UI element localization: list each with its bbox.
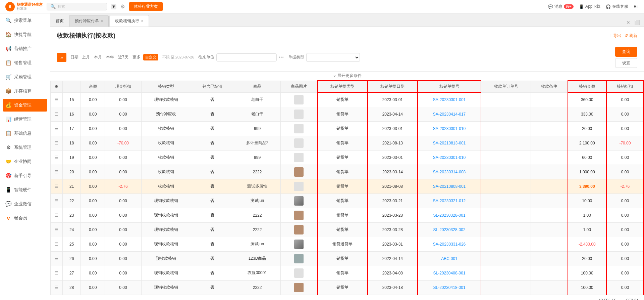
- row-gear[interactable]: ☰: [51, 208, 63, 222]
- filter-this-year[interactable]: 本年: [105, 54, 115, 61]
- sidebar-item-cooperation[interactable]: 🤝 企业协同: [0, 155, 50, 169]
- client-dots[interactable]: •••: [279, 55, 284, 60]
- row-gear[interactable]: ☰: [51, 136, 63, 150]
- row-verify-no[interactable]: SA-20230301-001: [418, 92, 481, 107]
- row-verify-no[interactable]: SA-20230321-012: [418, 194, 481, 208]
- expand-more-bar: ∨ 展开更多条件: [50, 72, 644, 80]
- sidebar-item-system[interactable]: ⚙ 系统管理: [0, 140, 50, 155]
- sidebar-item-marketing[interactable]: 📢 营销推广: [0, 42, 50, 56]
- sidebar-item-vip[interactable]: V 畅会员: [0, 211, 50, 225]
- verify-no-link[interactable]: SA-20210808-001: [433, 184, 466, 189]
- row-gear[interactable]: ☰: [51, 237, 63, 251]
- sidebar-item-newbie[interactable]: 🎯 新手引导: [0, 169, 50, 183]
- expand-more-btn[interactable]: ∨ 展开更多条件: [50, 72, 644, 80]
- verify-no-link[interactable]: SL-20230408-001: [433, 271, 465, 275]
- row-gear[interactable]: ☰: [51, 194, 63, 208]
- row-verify-no[interactable]: SA-20230314-008: [418, 165, 481, 179]
- row-verify-no[interactable]: SA-20230414-017: [418, 107, 481, 121]
- row-verify-no[interactable]: SA-20210813-001: [418, 136, 481, 150]
- search-bar[interactable]: 🔍 搜索: [47, 3, 107, 10]
- row-gear[interactable]: ☰: [51, 251, 63, 266]
- filter-custom[interactable]: 自定义: [143, 54, 158, 60]
- row-gear[interactable]: ☰: [51, 222, 63, 237]
- row-verify-no[interactable]: ABC-001: [418, 251, 481, 266]
- row-verify-no[interactable]: SL-20230418-001: [418, 280, 481, 295]
- tab-close-1[interactable]: ×: [101, 19, 103, 23]
- voucher-type-select[interactable]: [306, 53, 360, 62]
- row-verify-type: 现销收款核销: [142, 194, 191, 208]
- sidebar-item-nav[interactable]: 🏠 快捷导航: [0, 28, 50, 42]
- verify-no-link[interactable]: SA-20210813-001: [433, 141, 466, 145]
- row-verify-no[interactable]: SA-20210808-001: [418, 179, 481, 194]
- maximize-btn[interactable]: ⬜: [633, 18, 641, 27]
- row-verify-no[interactable]: SA-20230301-010: [418, 150, 481, 165]
- row-include-settled: 否: [191, 165, 234, 179]
- client-input[interactable]: [216, 53, 277, 61]
- user-name[interactable]: Rit: [634, 4, 639, 9]
- filter-more[interactable]: 更多: [131, 54, 142, 61]
- filter-last-month[interactable]: 上月: [80, 54, 91, 61]
- app-download-btn[interactable]: 📱 App下载: [579, 4, 600, 9]
- row-gear[interactable]: ☰: [51, 107, 63, 121]
- sidebar-item-sales[interactable]: 📋 销售管理: [0, 56, 50, 70]
- row-verify-no[interactable]: SA-20230331-026: [418, 237, 481, 251]
- row-verify-no[interactable]: SL-20230328-002: [418, 222, 481, 237]
- verify-no-link[interactable]: SA-20230321-012: [433, 199, 466, 203]
- refresh-btn[interactable]: ↺ 刷新: [625, 33, 637, 39]
- industry-btn[interactable]: 体验行业方案: [129, 2, 163, 11]
- sidebar-item-inventory[interactable]: 📦 库存核算: [0, 84, 50, 98]
- tab-home[interactable]: 首页: [50, 15, 69, 27]
- settings-icon[interactable]: ⚙: [120, 3, 125, 10]
- row-gear[interactable]: ☰: [51, 266, 63, 280]
- verify-no-link[interactable]: SA-20230414-017: [433, 112, 466, 117]
- table-row: ☰240.000.00现销收款核销否2222销货单2023-03-28SL-20…: [51, 222, 644, 237]
- search-placeholder: 搜索: [58, 4, 65, 9]
- verify-no-link[interactable]: SL-20230328-002: [433, 227, 465, 232]
- tab-verify[interactable]: 收款核销执行 ×: [109, 15, 149, 27]
- row-verify-no[interactable]: SL-20230328-001: [418, 208, 481, 222]
- export-btn[interactable]: ↑ 导出: [610, 33, 621, 39]
- verify-no-link[interactable]: SL-20230418-001: [433, 285, 465, 290]
- sidebar-item-wechat[interactable]: 💬 企业微信: [0, 197, 50, 211]
- tab-prepay[interactable]: 预付冲应付单 ×: [69, 15, 109, 27]
- verify-no-link[interactable]: SA-20230301-010: [433, 155, 466, 160]
- row-product: 老白干: [234, 107, 281, 121]
- sidebar-item-search[interactable]: 🔍 搜索菜单: [0, 13, 50, 28]
- row-product-img: [281, 222, 318, 237]
- verify-no-link[interactable]: SA-20230301-001: [433, 97, 466, 102]
- close-window-btn[interactable]: ✕: [625, 18, 632, 27]
- row-gear[interactable]: ☰: [51, 165, 63, 179]
- row-cash-discount: 0.00: [105, 107, 141, 121]
- filter-this-month[interactable]: 本月: [93, 54, 103, 61]
- filter-expand-btn[interactable]: »: [57, 53, 66, 62]
- online-service-btn[interactable]: 🎧 在线客服: [606, 4, 628, 9]
- row-verify-type: 预收款核销: [142, 251, 191, 266]
- notifications-btn[interactable]: 💬 消息 99+: [548, 4, 574, 9]
- row-gear[interactable]: ☰: [51, 121, 63, 136]
- row-verify-no[interactable]: SA-20230301-010: [418, 121, 481, 136]
- dropdown-icon[interactable]: ▼: [111, 4, 116, 9]
- row-balance: 0.00: [81, 194, 105, 208]
- verify-no-link[interactable]: SA-20230314-008: [433, 170, 466, 174]
- verify-no-link[interactable]: SA-20230301-010: [433, 126, 466, 131]
- table-row: ☰280.000.00现销收款核销否2222销货单2023-04-18SL-20…: [51, 280, 644, 295]
- row-gear[interactable]: ☰: [51, 92, 63, 107]
- query-btn[interactable]: 查询: [615, 47, 637, 57]
- verify-no-link[interactable]: ABC-001: [441, 256, 458, 261]
- row-product: 2222: [234, 222, 281, 237]
- row-gear[interactable]: ☰: [51, 280, 63, 295]
- tab-close-2[interactable]: ×: [141, 19, 143, 23]
- row-gear[interactable]: ☰: [51, 150, 63, 165]
- sidebar-item-operation[interactable]: 📊 经营管理: [0, 112, 50, 126]
- filter-7days[interactable]: 近7天: [117, 54, 130, 61]
- row-verify-no[interactable]: SL-20230408-001: [418, 266, 481, 280]
- verify-no-link[interactable]: SA-20230331-026: [433, 242, 466, 247]
- row-gear[interactable]: ☰: [51, 179, 63, 194]
- sidebar-item-hardware[interactable]: 📱 智能硬件: [0, 183, 50, 197]
- sidebar-item-basics[interactable]: 📋 基础信息: [0, 126, 50, 140]
- setting-btn[interactable]: 设置: [615, 58, 637, 68]
- sidebar-item-finance[interactable]: 💰 资金管理: [3, 99, 47, 112]
- col-gear[interactable]: ⚙: [51, 81, 63, 92]
- sidebar-item-purchase[interactable]: 🛒 采购管理: [0, 70, 50, 84]
- verify-no-link[interactable]: SL-20230328-001: [433, 213, 465, 218]
